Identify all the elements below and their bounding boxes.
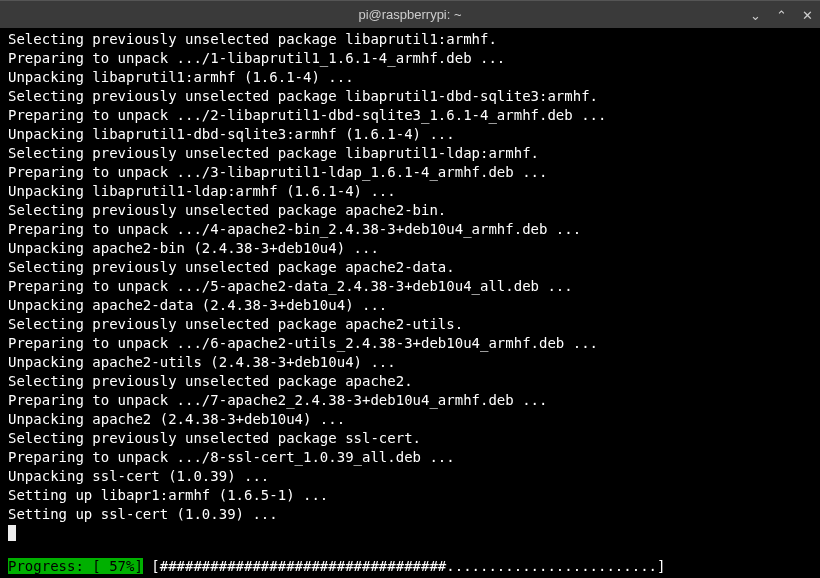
- terminal-line: Unpacking apache2 (2.4.38-3+deb10u4) ...: [8, 410, 812, 429]
- terminal-line: Setting up ssl-cert (1.0.39) ...: [8, 505, 812, 524]
- terminal-line: Selecting previously unselected package …: [8, 144, 812, 163]
- terminal-line: Preparing to unpack .../8-ssl-cert_1.0.3…: [8, 448, 812, 467]
- terminal-line: Selecting previously unselected package …: [8, 315, 812, 334]
- terminal-line: Preparing to unpack .../4-apache2-bin_2.…: [8, 220, 812, 239]
- terminal-line: Selecting previously unselected package …: [8, 372, 812, 391]
- terminal-line: Unpacking libaprutil1-dbd-sqlite3:armhf …: [8, 125, 812, 144]
- titlebar[interactable]: pi@raspberrypi: ~ ⌄ ⌃ ✕: [0, 0, 820, 28]
- window-controls: ⌄ ⌃ ✕: [748, 7, 814, 22]
- minimize-button[interactable]: ⌄: [748, 7, 762, 22]
- terminal-line: Selecting previously unselected package …: [8, 429, 812, 448]
- terminal-line: Preparing to unpack .../5-apache2-data_2…: [8, 277, 812, 296]
- terminal-window: pi@raspberrypi: ~ ⌄ ⌃ ✕ Selecting previo…: [0, 0, 820, 578]
- terminal-line: Unpacking apache2-utils (2.4.38-3+deb10u…: [8, 353, 812, 372]
- terminal-line: Unpacking libaprutil1:armhf (1.6.1-4) ..…: [8, 68, 812, 87]
- terminal-line: Unpacking ssl-cert (1.0.39) ...: [8, 467, 812, 486]
- terminal-body[interactable]: Selecting previously unselected package …: [0, 28, 820, 578]
- terminal-line: Preparing to unpack .../7-apache2_2.4.38…: [8, 391, 812, 410]
- terminal-line: Preparing to unpack .../2-libaprutil1-db…: [8, 106, 812, 125]
- terminal-line: Selecting previously unselected package …: [8, 30, 812, 49]
- terminal-line: Preparing to unpack .../6-apache2-utils_…: [8, 334, 812, 353]
- terminal-line: Unpacking apache2-data (2.4.38-3+deb10u4…: [8, 296, 812, 315]
- progress-gauge: [##################################.....…: [143, 558, 674, 574]
- terminal-line: Unpacking libaprutil1-ldap:armhf (1.6.1-…: [8, 182, 812, 201]
- terminal-line: Selecting previously unselected package …: [8, 258, 812, 277]
- close-button[interactable]: ✕: [800, 7, 814, 22]
- terminal-line: Selecting previously unselected package …: [8, 201, 812, 220]
- terminal-line: Selecting previously unselected package …: [8, 87, 812, 106]
- progress-line: Progress: [ 57%] [######################…: [8, 557, 674, 576]
- cursor-icon: [8, 525, 16, 541]
- maximize-button[interactable]: ⌃: [774, 7, 788, 22]
- progress-label: Progress: [ 57%]: [8, 558, 143, 574]
- cursor-line: [8, 524, 812, 543]
- window-title: pi@raspberrypi: ~: [358, 7, 461, 22]
- terminal-line: Unpacking apache2-bin (2.4.38-3+deb10u4)…: [8, 239, 812, 258]
- terminal-line: Preparing to unpack .../1-libaprutil1_1.…: [8, 49, 812, 68]
- terminal-line: Setting up libapr1:armhf (1.6.5-1) ...: [8, 486, 812, 505]
- terminal-line: Preparing to unpack .../3-libaprutil1-ld…: [8, 163, 812, 182]
- terminal-output: Selecting previously unselected package …: [8, 30, 812, 524]
